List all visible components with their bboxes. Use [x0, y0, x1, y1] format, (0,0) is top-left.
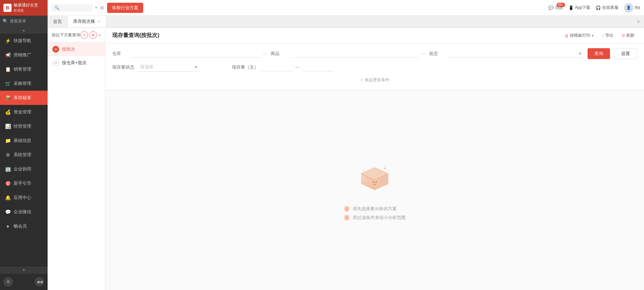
sidebar-item-finance[interactable]: 💰 资金管理: [0, 105, 48, 119]
page-header-actions: 🖨 按模板打印 ▾ ↑ 导出 ↺ 刷新: [562, 31, 637, 40]
product-dots[interactable]: ···: [421, 51, 425, 56]
sidebar-item-label: 基础信息: [14, 138, 31, 144]
tab-home[interactable]: 首页: [48, 16, 68, 28]
sidebar-item-label: 系统管理: [14, 152, 31, 158]
dropdown-chevron-icon[interactable]: ▾: [95, 5, 97, 10]
add-scheme-btn[interactable]: +: [81, 31, 88, 39]
sidebar-item-label: 库存核算: [14, 95, 31, 101]
sidebar-search[interactable]: 🔍 搜索菜单: [0, 16, 48, 27]
online-service-label: 在线客服: [602, 5, 618, 11]
stock-qty-max-input[interactable]: [302, 63, 334, 71]
product-label: 商品: [271, 51, 288, 57]
page-title: 现存量查询(按批次): [112, 32, 159, 39]
app-download-btn[interactable]: 📱 App下载: [569, 5, 590, 11]
scheme-settings-btn[interactable]: ⚙: [89, 31, 97, 39]
scheme-by-batch-label: 按批次: [62, 46, 75, 52]
sidebar-item-sales[interactable]: 📋 销售管理: [0, 62, 48, 76]
sidebar-item-quick-nav[interactable]: ⚡ 快捷导航: [0, 34, 48, 48]
export-label: 导出: [605, 33, 613, 38]
app-version: 标准版: [14, 8, 38, 13]
trial-btn[interactable]: 体验行业方案: [107, 3, 143, 13]
empty-illustration: ✦ ✦ ✦: [354, 160, 395, 200]
tab-batch-ledger[interactable]: 库存批次账 ×: [68, 16, 106, 28]
tab-batch-ledger-label: 库存批次账: [73, 18, 95, 24]
svg-text:✦: ✦: [363, 169, 365, 172]
stock-status-dropdown-icon: ▾: [195, 65, 197, 70]
svg-text:✦: ✦: [385, 174, 387, 177]
status-select[interactable]: ▾: [448, 50, 583, 58]
sidebar-item-guide[interactable]: 🎯 新手引导: [0, 176, 48, 191]
user-profile-btn[interactable]: 👤 Rit: [624, 3, 640, 13]
sidebar-item-operation[interactable]: 📊 经营管理: [0, 119, 48, 133]
stock-status-placeholder: 请选择: [140, 64, 153, 70]
stock-status-select[interactable]: 请选择 ▾: [138, 62, 199, 72]
gear-icon[interactable]: ⚙: [100, 5, 104, 11]
refresh-icon: ↺: [622, 33, 625, 38]
left-panel-actions: + ⚙ «: [81, 31, 101, 39]
warehouse-input[interactable]: [131, 50, 261, 58]
filter-row-1: 仓库 ··· 商品 ··· 状态 ▾: [112, 48, 637, 59]
topbar-search-box[interactable]: 🔍: [52, 4, 92, 12]
sales-icon: 📋: [5, 66, 11, 72]
scheme-by-warehouse-batch-icon: ⟳: [52, 59, 59, 66]
svg-point-4: [371, 179, 379, 187]
sidebar-item-enterprise[interactable]: 🏢 企业协同: [0, 162, 48, 176]
warehouse-dots[interactable]: ···: [262, 51, 267, 56]
product-filter: 商品 ···: [271, 50, 425, 58]
svg-point-5: [373, 181, 374, 183]
messages-btn[interactable]: 💬 消息 99+: [548, 5, 563, 11]
status-dropdown-icon: ▾: [579, 51, 581, 56]
settings-btn[interactable]: 设置: [614, 48, 637, 59]
settings-btn[interactable]: ⚙: [3, 277, 13, 287]
collapse-panel-btn[interactable]: «: [98, 32, 101, 38]
collapse-more-btn[interactable]: ∧ 收起更多条件: [112, 75, 637, 85]
sidebar-item-basic[interactable]: 📁 基础信息: [0, 133, 48, 148]
sidebar-item-label: 企业微信: [14, 209, 31, 215]
app-logo: B: [3, 4, 12, 12]
sidebar-item-wechat[interactable]: 💬 企业微信: [0, 205, 48, 219]
filter-area: 仓库 ··· 商品 ··· 状态 ▾: [105, 43, 644, 90]
online-service-btn[interactable]: 🎧 在线客服: [596, 5, 618, 11]
page-header: 现存量查询(按批次) 🖨 按模板打印 ▾ ↑ 导出 ↺ 刷新: [105, 28, 644, 43]
tab-close-icon[interactable]: ×: [97, 19, 101, 24]
product-input[interactable]: [290, 50, 420, 58]
message-icon: 💬: [548, 5, 554, 10]
sidebar-item-purchase[interactable]: 🛒 采购管理: [0, 76, 48, 91]
sidebar-item-member[interactable]: ♦ 畅会员: [0, 219, 48, 233]
filter-row-2: 现存量状态 请选择 ▾ 现存量（主） —: [112, 62, 637, 72]
query-btn[interactable]: 查询: [588, 48, 610, 59]
close-all-tabs-btn[interactable]: ×: [633, 19, 644, 25]
print-dropdown-icon[interactable]: ▾: [592, 33, 594, 38]
stock-qty-min-input[interactable]: [261, 63, 293, 71]
inventory-icon: 📦: [5, 95, 11, 101]
guide-icon: 🎯: [5, 180, 11, 186]
scroll-up-btn[interactable]: ▲: [0, 27, 48, 34]
user-name: Rit: [635, 5, 640, 10]
print-btn[interactable]: 🖨 按模板打印 ▾: [562, 31, 596, 40]
export-btn[interactable]: ↑ 导出: [599, 31, 616, 40]
topbar-actions: 💬 消息 99+ 📱 App下载 🎧 在线客服 👤 Rit: [548, 3, 640, 13]
sidebar-item-inventory[interactable]: 📦 库存核算: [0, 91, 48, 105]
scheme-by-warehouse-batch[interactable]: ⟳ 按仓库+批次: [48, 56, 105, 70]
search-icon: 🔍: [3, 19, 8, 23]
sidebar-item-label: 企业协同: [14, 166, 31, 172]
empty-state: ✦ ✦ ✦ 1 请先选择要分析的方案 2 用过滤条件来缩小分析范围: [105, 90, 644, 290]
collapse-sidebar-btn[interactable]: ◀◀: [35, 277, 44, 287]
empty-hint-2: 2 用过滤条件来缩小分析范围: [344, 215, 406, 221]
sidebar-nav: ⚡ 快捷导航 📢 营销推广 📋 销售管理 🛒 采购管理 📦 库存核算 💰 资金管…: [0, 34, 48, 267]
sidebar-item-marketing[interactable]: 📢 营销推广: [0, 48, 48, 62]
finance-icon: 💰: [5, 109, 11, 115]
scheme-by-batch[interactable]: ⟳ 按批次: [48, 42, 105, 56]
status-filter: 状态 ▾: [429, 50, 583, 58]
refresh-btn[interactable]: ↺ 刷新: [619, 31, 637, 40]
scroll-down-btn[interactable]: ▼: [0, 267, 48, 273]
hint-text-1: 请先选择要分析的方案: [353, 206, 397, 212]
user-avatar-initial: 👤: [626, 5, 631, 10]
sidebar-item-label: 畅会员: [14, 223, 27, 229]
sidebar-item-appstore[interactable]: 🔔 应用中心: [0, 191, 48, 205]
search-icon: 🔍: [54, 5, 60, 10]
gear-scheme-icon: ⚙: [91, 33, 95, 37]
stock-qty-dash: —: [293, 65, 302, 70]
sidebar-item-label: 营销推广: [14, 52, 31, 58]
sidebar-item-system[interactable]: ⚙ 系统管理: [0, 148, 48, 162]
